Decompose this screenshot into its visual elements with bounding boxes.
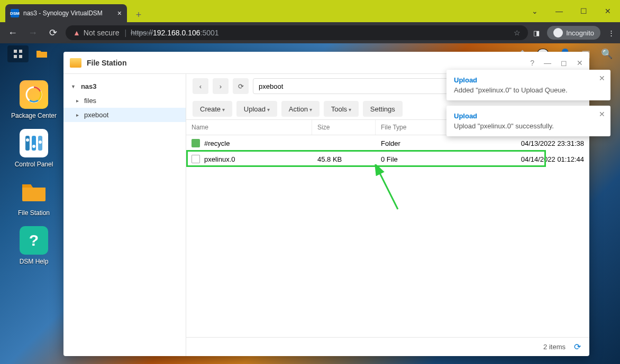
browser-tab[interactable]: DSM nas3 - Synology VirtualDSM × xyxy=(5,4,127,22)
svg-point-10 xyxy=(39,141,42,144)
notification-title: Upload xyxy=(454,76,603,84)
icon-label: Control Panel xyxy=(15,161,53,168)
create-button[interactable]: Create xyxy=(193,101,232,117)
extensions-icon[interactable]: ◨ xyxy=(533,29,540,37)
nav-refresh-button[interactable]: ⟳ xyxy=(233,78,249,94)
col-type[interactable]: File Type xyxy=(376,120,455,135)
table-row[interactable]: #recycle Folder 04/13/2022 23:31:38 xyxy=(186,135,589,151)
help-icon: ? xyxy=(20,226,48,255)
file-icon xyxy=(192,155,200,163)
minimize-button[interactable]: — xyxy=(544,59,551,67)
refresh-icon[interactable]: ⟳ xyxy=(574,342,581,352)
help-button[interactable]: ? xyxy=(530,59,534,67)
notification-toast: ✕ Upload Upload "pxelinux.0" successfull… xyxy=(446,106,610,136)
maximize-icon[interactable]: ☐ xyxy=(571,7,596,15)
package-center-icon xyxy=(20,80,48,109)
security-indicator[interactable]: ▲ Not secure xyxy=(73,29,120,37)
annotation-arrow xyxy=(371,164,403,212)
svg-rect-6 xyxy=(32,136,36,151)
tree-item-pxeboot[interactable]: pxeboot xyxy=(63,108,186,122)
folder-tree: nas3 files pxeboot xyxy=(63,74,186,356)
desktop-icons: Package Center Control Panel File Statio… xyxy=(7,43,60,265)
maximize-button[interactable]: ◻ xyxy=(561,59,567,67)
favicon-icon: DSM xyxy=(11,9,19,17)
settings-button[interactable]: Settings xyxy=(363,101,403,117)
new-tab-button[interactable]: + xyxy=(131,7,146,22)
browser-menu-icon[interactable]: ⋮ xyxy=(608,29,615,37)
nav-forward-button[interactable]: › xyxy=(213,78,229,94)
not-secure-label: Not secure xyxy=(84,29,120,37)
svg-point-8 xyxy=(26,138,29,142)
minimize-icon[interactable]: — xyxy=(547,7,571,15)
tree-item-files[interactable]: files xyxy=(63,94,186,108)
icon-label: Package Center xyxy=(11,112,57,119)
warning-icon: ▲ xyxy=(73,29,80,37)
item-count: 2 items xyxy=(543,343,566,351)
window-controls: ⌄ — ☐ ✕ xyxy=(523,0,620,22)
url-host: 192.168.0.106 xyxy=(153,29,200,37)
upload-button[interactable]: Upload xyxy=(236,101,277,117)
table-row[interactable]: pxelinux.0 45.8 KB 0 File 04/14/2022 01:… xyxy=(186,151,589,167)
close-icon[interactable]: ✕ xyxy=(599,110,605,118)
browser-toolbar: ← → ⟳ ▲ Not secure | https:// 192.168.0.… xyxy=(0,22,620,43)
svg-rect-5 xyxy=(25,136,30,151)
tree-root[interactable]: nas3 xyxy=(63,79,186,94)
notification-message: Added "pxelinux.0" to Upload Queue. xyxy=(454,86,603,94)
tools-button[interactable]: Tools xyxy=(324,101,359,117)
recycle-icon xyxy=(192,139,200,147)
status-bar: 2 items ⟳ xyxy=(186,337,589,356)
col-size[interactable]: Size xyxy=(312,120,376,135)
browser-tab-strip: DSM nas3 - Synology VirtualDSM × + ⌄ — ☐… xyxy=(0,0,620,22)
address-bar[interactable]: ▲ Not secure | https:// 192.168.0.106 :5… xyxy=(66,25,528,40)
nav-back-button[interactable]: ‹ xyxy=(193,78,208,94)
col-name[interactable]: Name xyxy=(186,120,312,135)
search-icon[interactable]: 🔍 xyxy=(601,48,613,60)
reload-button[interactable]: ⟳ xyxy=(45,27,60,39)
icon-label: DSM Help xyxy=(20,258,49,265)
action-button[interactable]: Action xyxy=(281,101,320,117)
svg-point-9 xyxy=(32,145,35,148)
notification-message: Upload "pxelinux.0" successfully. xyxy=(454,122,603,130)
desktop-icon-control-panel[interactable]: Control Panel xyxy=(10,129,58,168)
desktop-icon-dsm-help[interactable]: ? DSM Help xyxy=(10,226,58,265)
back-button[interactable]: ← xyxy=(5,27,20,39)
dsm-desktop: ⬆ 💬 👤 ▦ 🔍 Package Center Control Panel F… xyxy=(0,43,620,364)
close-icon[interactable]: ✕ xyxy=(596,7,620,15)
url-scheme: https:// xyxy=(131,29,153,37)
desktop-icon-file-station[interactable]: File Station xyxy=(10,178,58,217)
folder-icon xyxy=(70,58,81,68)
url-port: :5001 xyxy=(200,29,219,37)
chevron-down-icon[interactable]: ⌄ xyxy=(523,7,547,15)
bookmark-icon[interactable]: ☆ xyxy=(514,29,521,37)
notification-title: Upload xyxy=(454,112,603,120)
svg-line-11 xyxy=(377,167,398,209)
close-tab-icon[interactable]: × xyxy=(117,9,122,17)
desktop-icon-package-center[interactable]: Package Center xyxy=(10,80,58,119)
window-title: File Station xyxy=(87,59,126,67)
file-station-icon xyxy=(20,178,48,206)
file-rows: #recycle Folder 04/13/2022 23:31:38 pxel… xyxy=(186,135,589,337)
incognito-icon xyxy=(553,28,563,38)
close-icon[interactable]: ✕ xyxy=(599,74,605,82)
notification-toast: ✕ Upload Added "pxelinux.0" to Upload Qu… xyxy=(446,70,610,100)
forward-button[interactable]: → xyxy=(25,27,40,39)
close-button[interactable]: ✕ xyxy=(577,59,583,67)
control-panel-icon xyxy=(20,129,48,157)
tab-title: nas3 - Synology VirtualDSM xyxy=(23,10,114,17)
icon-label: File Station xyxy=(18,209,50,217)
incognito-badge[interactable]: Incognito xyxy=(547,26,600,40)
